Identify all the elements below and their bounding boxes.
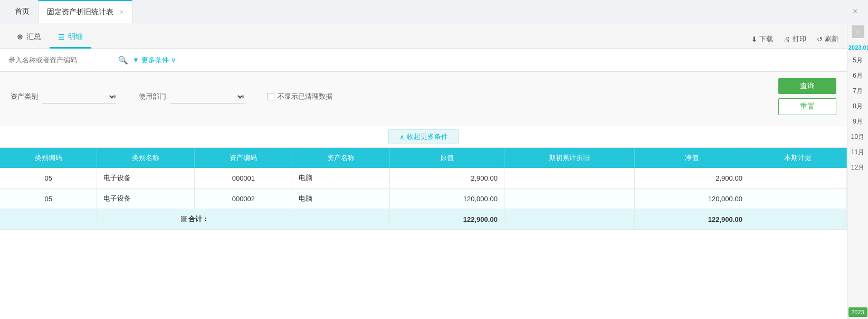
month-7[interactable]: 7月 bbox=[847, 83, 868, 99]
tab-bar: 首页 固定资产折旧统计表 × × bbox=[0, 0, 868, 23]
asset-category-arrow-icon: ▼ bbox=[112, 93, 118, 100]
cell-asset-code: 000001 bbox=[195, 168, 292, 189]
month-6[interactable]: 6月 bbox=[847, 68, 868, 83]
refresh-label: 刷新 bbox=[825, 34, 838, 44]
tab-detail[interactable]: ☰ 明细 bbox=[50, 27, 91, 49]
tab-summary-label: 汇总 bbox=[26, 32, 41, 42]
table-row: 05 电子设备 000001 电脑 2,900.00 2,900.00 bbox=[0, 168, 847, 189]
cell-asset-code: 000002 bbox=[195, 189, 292, 209]
filter-row: 资产类别 ▼ 使用部门 ▼ 不显示已清理数据 bbox=[11, 78, 836, 115]
total-original-value: 122,900.00 bbox=[390, 209, 504, 230]
tab-summary[interactable]: ❋ 汇总 bbox=[8, 27, 50, 49]
download-icon: ⬇ bbox=[751, 35, 757, 43]
left-panel: ❋ 汇总 ☰ 明细 ⬇ 下载 🖨 打印 ↺ 刷新 bbox=[0, 23, 847, 319]
filter-chevron-icon: ∨ bbox=[171, 56, 176, 64]
date-label: 2023.01 bbox=[847, 42, 868, 53]
total-current-depreciation bbox=[749, 209, 846, 230]
filter-icon: ▼ bbox=[132, 56, 139, 64]
cell-original-value: 120,000.00 bbox=[390, 189, 504, 209]
col-cat-code: 类别编码 bbox=[0, 148, 97, 168]
no-cleared-checkbox[interactable] bbox=[267, 93, 274, 100]
no-cleared-label: 不显示已清理数据 bbox=[278, 92, 332, 101]
refresh-icon: ↺ bbox=[817, 35, 823, 43]
cell-net-value: 120,000.00 bbox=[635, 189, 749, 209]
collapse-button[interactable]: ∧ 收起更多条件 bbox=[388, 129, 459, 144]
month-10[interactable]: 10月 bbox=[847, 129, 868, 145]
reset-button[interactable]: 重置 bbox=[778, 98, 836, 115]
detail-icon: ☰ bbox=[58, 33, 65, 41]
collapse-button-area: ∧ 收起更多条件 bbox=[0, 126, 847, 148]
filter-department: 使用部门 ▼ bbox=[139, 90, 246, 104]
data-table: 类别编码 类别名称 资产编码 资产名称 原值 期初累计折旧 净值 本期计提 05… bbox=[0, 148, 847, 230]
filter-more-button[interactable]: ▼ 更多条件 ∨ bbox=[132, 55, 176, 65]
tab-close-icon[interactable]: × bbox=[120, 8, 123, 16]
cell-asset-name: 电脑 bbox=[292, 168, 390, 189]
filter-actions: 查询 重置 bbox=[778, 78, 836, 115]
sub-tab-bar: ❋ 汇总 ☰ 明细 ⬇ 下载 🖨 打印 ↺ 刷新 bbox=[0, 23, 847, 49]
month-11[interactable]: 11月 bbox=[847, 145, 868, 160]
total-cell-label: 🖼 合计： bbox=[97, 209, 292, 230]
search-bar: 🔍 ▼ 更多条件 ∨ bbox=[0, 49, 847, 72]
col-asset-name: 资产名称 bbox=[292, 148, 390, 168]
department-arrow-icon: ▼ bbox=[240, 93, 246, 100]
asset-category-label: 资产类别 bbox=[11, 92, 38, 101]
year-badge[interactable]: 2023 bbox=[848, 307, 867, 317]
filter-more-label: 更多条件 bbox=[141, 55, 169, 65]
tab-home[interactable]: 首页 bbox=[6, 0, 38, 23]
cell-cat-name: 电子设备 bbox=[97, 189, 195, 209]
month-5[interactable]: 5月 bbox=[847, 53, 868, 68]
filter-asset-category: 资产类别 ▼ bbox=[11, 90, 118, 104]
table-wrapper: 类别编码 类别名称 资产编码 资产名称 原值 期初累计折旧 净值 本期计提 05… bbox=[0, 148, 847, 319]
total-cell-empty1 bbox=[0, 209, 97, 230]
cell-cat-name: 电子设备 bbox=[97, 168, 195, 189]
cell-current-depreciation bbox=[749, 189, 846, 209]
cell-accumulated-depreciation bbox=[504, 189, 635, 209]
no-cleared-checkbox-item: 不显示已清理数据 bbox=[267, 92, 332, 101]
window-close-button[interactable]: × bbox=[848, 5, 862, 18]
download-button[interactable]: ⬇ 下载 bbox=[751, 34, 773, 44]
tab-active[interactable]: 固定资产折旧统计表 × bbox=[38, 0, 132, 23]
cell-net-value: 2,900.00 bbox=[635, 168, 749, 189]
collapse-icon: ∧ bbox=[399, 133, 405, 141]
total-icon: 🖼 bbox=[180, 215, 187, 223]
search-icon[interactable]: 🔍 bbox=[118, 55, 128, 65]
search-input[interactable] bbox=[8, 56, 114, 64]
month-8[interactable]: 8月 bbox=[847, 99, 868, 114]
cell-accumulated-depreciation bbox=[504, 168, 635, 189]
main-content: ❋ 汇总 ☰ 明细 ⬇ 下载 🖨 打印 ↺ 刷新 bbox=[0, 23, 868, 319]
print-button[interactable]: 🖨 打印 bbox=[784, 34, 806, 44]
month-9[interactable]: 9月 bbox=[847, 114, 868, 129]
cell-original-value: 2,900.00 bbox=[390, 168, 504, 189]
print-icon: 🖨 bbox=[784, 35, 790, 43]
refresh-button[interactable]: ↺ 刷新 bbox=[817, 34, 838, 44]
col-current-depreciation: 本期计提 bbox=[749, 148, 846, 168]
cell-current-depreciation bbox=[749, 168, 846, 189]
cell-cat-code: 05 bbox=[0, 168, 97, 189]
department-select[interactable] bbox=[170, 90, 244, 104]
total-accumulated-depreciation bbox=[504, 209, 635, 230]
filter-area: 资产类别 ▼ 使用部门 ▼ 不显示已清理数据 bbox=[0, 72, 847, 126]
cell-cat-code: 05 bbox=[0, 189, 97, 209]
col-original-value: 原值 bbox=[390, 148, 504, 168]
asset-category-select[interactable] bbox=[42, 90, 116, 104]
col-accumulated-depreciation: 期初累计折旧 bbox=[504, 148, 635, 168]
total-cell-empty2 bbox=[292, 209, 390, 230]
download-label: 下载 bbox=[759, 34, 773, 44]
sidebar-arrow-button[interactable]: › bbox=[852, 25, 864, 38]
tab-active-label: 固定资产折旧统计表 bbox=[47, 7, 113, 17]
collapse-label: 收起更多条件 bbox=[407, 132, 448, 142]
total-net-value: 122,900.00 bbox=[635, 209, 749, 230]
cell-asset-name: 电脑 bbox=[292, 189, 390, 209]
month-12[interactable]: 12月 bbox=[847, 160, 868, 175]
table-header-row: 类别编码 类别名称 资产编码 资产名称 原值 期初累计折旧 净值 本期计提 bbox=[0, 148, 847, 168]
summary-icon: ❋ bbox=[17, 33, 23, 41]
col-net-value: 净值 bbox=[635, 148, 749, 168]
tab-detail-label: 明细 bbox=[68, 32, 83, 42]
col-cat-name: 类别名称 bbox=[97, 148, 195, 168]
print-label: 打印 bbox=[793, 34, 806, 44]
table-total-row: 🖼 合计： 122,900.00 122,900.00 bbox=[0, 209, 847, 230]
right-sidebar: › 2023.01 5月 6月 7月 8月 9月 10月 11月 12月 202… bbox=[847, 23, 868, 319]
department-label: 使用部门 bbox=[139, 92, 166, 101]
query-button[interactable]: 查询 bbox=[778, 78, 836, 94]
sub-tab-actions: ⬇ 下载 🖨 打印 ↺ 刷新 bbox=[751, 34, 838, 48]
